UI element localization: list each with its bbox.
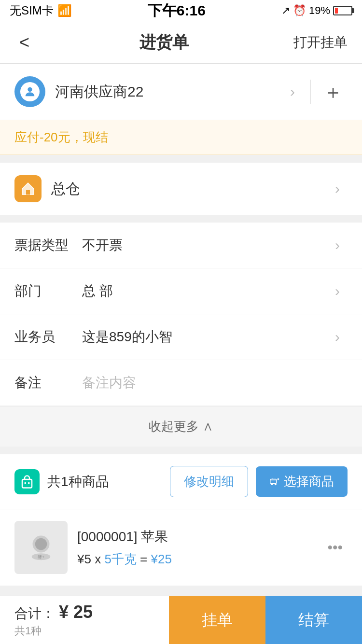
- select-product-button[interactable]: 选择商品: [256, 466, 348, 497]
- supplier-name: 河南供应商22: [55, 82, 290, 102]
- total-amount: ¥ 25: [59, 602, 93, 622]
- remark-placeholder[interactable]: 备注内容: [82, 374, 348, 392]
- avatar-inner: [20, 82, 40, 101]
- battery-icon: [333, 6, 352, 15]
- status-time: 下午6:16: [148, 1, 206, 21]
- hang-order-label: 挂单: [202, 610, 233, 631]
- person-icon: [23, 85, 37, 98]
- wifi-icon: 📶: [57, 4, 72, 17]
- product-header: 共1种商品 修改明细 选择商品: [0, 454, 362, 509]
- edit-detail-button[interactable]: 修改明细: [170, 466, 248, 497]
- notice-text: 应付-20元，现结: [14, 130, 108, 144]
- form-card: 票据类型 不开票 › 部门 总 部 › 业务员 这是859的小智 › 备注 备注…: [0, 223, 362, 447]
- add-button[interactable]: ＋: [319, 79, 348, 105]
- select-product-label: 选择商品: [284, 473, 334, 490]
- product-thumbnail: 替+: [14, 521, 68, 574]
- invoice-chevron-icon: ›: [335, 237, 340, 253]
- open-pending-button[interactable]: 打开挂单: [293, 33, 348, 52]
- warehouse-icon: [14, 175, 42, 202]
- svg-point-11: [35, 538, 47, 550]
- supplier-avatar: [14, 76, 45, 107]
- total-sub: 共1种: [14, 624, 154, 638]
- product-card: 共1种商品 修改明细 选择商品: [0, 454, 362, 586]
- supplier-card: 河南供应商22 › ＋ 应付-20元，现结: [0, 64, 362, 155]
- svg-rect-2: [22, 479, 32, 488]
- equals-sign: =: [140, 552, 151, 566]
- checkout-button[interactable]: 结算: [265, 596, 362, 644]
- sales-value: 这是859的小智: [82, 328, 335, 346]
- product-price-row: ¥5 x 5千克 = ¥25: [77, 551, 313, 568]
- nav-bar: < 进货单 打开挂单: [0, 21, 362, 64]
- notice-bar: 应付-20元，现结: [0, 120, 362, 155]
- svg-rect-1: [26, 190, 30, 195]
- svg-point-6: [271, 483, 273, 485]
- product-icon: [14, 469, 40, 494]
- shopping-bag-icon: [20, 475, 34, 489]
- house-icon: [20, 181, 36, 196]
- status-right: ↗ ⏰ 19%: [281, 4, 352, 17]
- chevron-right-icon: ›: [290, 84, 295, 100]
- battery-percent: 19%: [309, 4, 330, 17]
- unit-price: ¥5: [77, 552, 91, 566]
- sales-chevron-icon: ›: [335, 329, 340, 345]
- warehouse-card: 总仓 ›: [0, 163, 362, 215]
- product-name: [0000001] 苹果: [77, 528, 313, 546]
- svg-point-0: [28, 87, 32, 92]
- product-count: 共1种商品: [47, 473, 162, 491]
- svg-text:替+: 替+: [38, 555, 44, 560]
- page-title: 进货单: [139, 31, 189, 54]
- bottom-bar: 合计： ¥ 25 共1种 挂单 结算: [0, 596, 362, 644]
- total-label: 合计： ¥ 25: [14, 602, 154, 623]
- product-item: 替+ [0000001] 苹果 ¥5 x 5千克 = ¥25 •••: [0, 509, 362, 586]
- main-content: 河南供应商22 › ＋ 应付-20元，现结 总仓 › 票据类型 不开票 ›: [0, 64, 362, 642]
- alarm-icon: ⏰: [293, 4, 306, 17]
- warehouse-row[interactable]: 总仓 ›: [0, 163, 362, 215]
- invoice-label: 票据类型: [14, 236, 82, 254]
- product-code: [0000001]: [77, 529, 138, 544]
- product-fruit: 苹果: [141, 529, 168, 544]
- warehouse-name: 总仓: [51, 179, 335, 199]
- status-left: 无SIM卡 📶: [10, 3, 72, 18]
- product-info: [0000001] 苹果 ¥5 x 5千克 = ¥25: [77, 528, 313, 568]
- quantity: 5千克: [104, 552, 136, 566]
- more-button[interactable]: •••: [322, 534, 348, 560]
- multiply-sign: x: [95, 552, 104, 566]
- checkout-label: 结算: [298, 610, 329, 631]
- cart-icon: [269, 476, 280, 487]
- collapse-button[interactable]: 收起更多 ∧: [0, 406, 362, 447]
- location-icon: ↗: [281, 4, 290, 17]
- remark-row[interactable]: 备注 备注内容: [0, 360, 362, 406]
- warehouse-chevron-icon: ›: [335, 181, 340, 197]
- dept-row[interactable]: 部门 总 部 ›: [0, 268, 362, 314]
- total-section: 合计： ¥ 25 共1种: [0, 602, 169, 638]
- product-image-placeholder: 替+: [24, 531, 58, 564]
- invoice-row[interactable]: 票据类型 不开票 ›: [0, 223, 362, 268]
- dept-value: 总 部: [82, 282, 335, 300]
- sales-row[interactable]: 业务员 这是859的小智 ›: [0, 314, 362, 360]
- status-bar: 无SIM卡 📶 下午6:16 ↗ ⏰ 19%: [0, 0, 362, 21]
- invoice-value: 不开票: [82, 236, 335, 254]
- back-button[interactable]: <: [14, 28, 34, 57]
- collapse-label: 收起更多 ∧: [149, 419, 213, 434]
- sales-label: 业务员: [14, 328, 82, 346]
- remark-label: 备注: [14, 374, 82, 392]
- dept-chevron-icon: ›: [335, 283, 340, 299]
- carrier-text: 无SIM卡: [10, 3, 54, 18]
- subtotal: ¥25: [151, 552, 172, 566]
- dept-label: 部门: [14, 282, 82, 300]
- svg-point-7: [275, 483, 277, 485]
- svg-point-3: [24, 482, 26, 484]
- vertical-divider: [310, 80, 311, 104]
- total-text: 合计：: [14, 604, 55, 623]
- supplier-row[interactable]: 河南供应商22 › ＋: [0, 64, 362, 120]
- hang-order-button[interactable]: 挂单: [169, 596, 265, 644]
- svg-point-4: [28, 482, 30, 484]
